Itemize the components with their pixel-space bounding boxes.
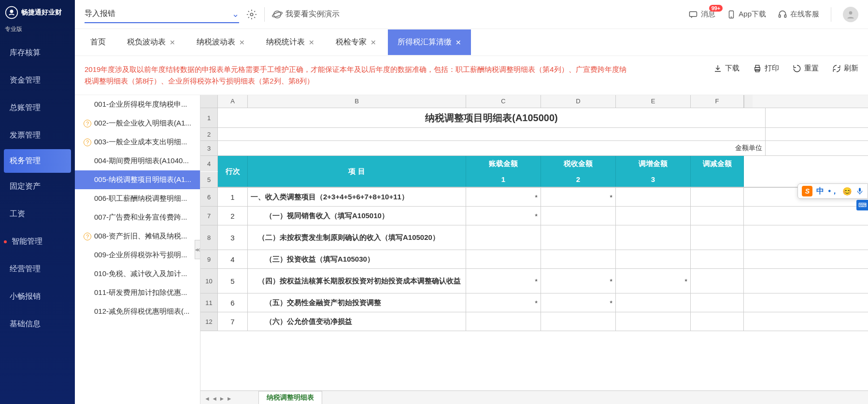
row-header[interactable]: 8 [200, 225, 218, 250]
cell[interactable]: * [541, 293, 616, 312]
cell[interactable]: （二）未按权责发生制原则确认的收入（填写A105020） [248, 225, 466, 250]
form-item-005[interactable]: 005-纳税调整项目明细表(A1... [75, 170, 200, 189]
demo-link[interactable]: 我要看实例演示 [272, 9, 340, 20]
form-item-003[interactable]: ?003-一般企业成本支出明细... [75, 133, 200, 152]
cell[interactable] [541, 225, 616, 250]
collapse-handle[interactable]: ≪ [195, 240, 200, 259]
row-header-5[interactable]: 5 [200, 172, 218, 187]
row-header-2[interactable]: 2 [200, 128, 218, 140]
cell[interactable]: （四）按权益法核算长期股权投资对初始投资成本调整确认收益 [248, 269, 466, 293]
message-link[interactable]: 消息 99+ [688, 10, 715, 19]
cell[interactable] [616, 207, 691, 225]
row-header[interactable]: 12 [200, 312, 218, 331]
cell[interactable] [616, 250, 691, 268]
tab-home[interactable]: 首页 [81, 29, 115, 55]
form-item-004[interactable]: 004-期间费用明细表(A1040... [75, 152, 200, 170]
nav-salary[interactable]: 工资 [0, 200, 75, 228]
cell[interactable] [541, 312, 616, 331]
close-icon[interactable]: ✕ [370, 39, 376, 46]
sheet-nav-arrows[interactable]: ◄ ◄ ► ► [204, 395, 232, 402]
row-header[interactable]: 7 [200, 207, 218, 225]
cell[interactable] [466, 312, 541, 331]
col-header-d[interactable]: D [541, 95, 616, 108]
cell[interactable]: * [466, 293, 541, 312]
search-dropdown[interactable]: 导入报错 ⌄ [85, 6, 239, 23]
app-download-link[interactable]: App下载 [727, 10, 766, 19]
cell[interactable] [691, 312, 744, 331]
row-header[interactable]: 10 [200, 269, 218, 293]
row-header-1[interactable]: 1 [200, 108, 218, 127]
cell[interactable] [541, 250, 616, 268]
cell[interactable] [616, 188, 691, 206]
cell[interactable]: （一）视同销售收入（填写A105010） [248, 207, 466, 225]
ime-punct-icon[interactable]: •， [828, 186, 839, 196]
form-item-006[interactable]: 006-职工薪酬纳税调整明细... [75, 189, 200, 208]
nav-business[interactable]: 经营管理 [0, 255, 75, 283]
form-item-001[interactable]: 001-企业所得税年度纳税申... [75, 95, 200, 114]
tab-tax-expert[interactable]: 税检专家✕ [326, 29, 386, 55]
tab-tax-burden[interactable]: 税负波动表✕ [117, 29, 185, 55]
tab-tax-stats[interactable]: 纳税统计表✕ [256, 29, 324, 55]
row-header[interactable]: 11 [200, 293, 218, 312]
cell[interactable] [466, 225, 541, 250]
nav-smart[interactable]: 智能管理 [0, 228, 75, 255]
print-button[interactable]: 打印 [753, 64, 779, 73]
cell[interactable] [691, 225, 744, 250]
cell[interactable]: （三）投资收益（填写A105030） [248, 250, 466, 268]
cell[interactable]: 一、收入类调整项目（2+3+4+5+6+7+8+10+11） [248, 188, 466, 206]
refresh-button[interactable]: 刷新 [832, 64, 858, 73]
user-avatar[interactable] [843, 7, 858, 22]
cell[interactable]: * [466, 207, 541, 225]
nav-tax[interactable]: 税务管理 [4, 149, 71, 173]
close-icon[interactable]: ✕ [239, 39, 245, 46]
cell[interactable]: 4 [218, 250, 248, 268]
form-item-011[interactable]: 011-研发费用加计扣除优惠... [75, 283, 200, 302]
ime-mode[interactable]: 中 [816, 186, 824, 196]
cell[interactable] [616, 293, 691, 312]
cell[interactable]: 3 [218, 225, 248, 250]
tab-tax-change[interactable]: 纳税波动表✕ [187, 29, 255, 55]
row-header-4[interactable]: 4 [200, 156, 218, 171]
nav-invoice[interactable]: 发票管理 [0, 122, 75, 149]
cell[interactable]: * [616, 269, 691, 293]
nav-inventory[interactable]: 库存核算 [0, 39, 75, 67]
nav-expense[interactable]: 小畅报销 [0, 283, 75, 310]
form-item-012[interactable]: 012-减免所得税优惠明细表(... [75, 302, 200, 321]
form-item-002[interactable]: ?002-一般企业收入明细表(A1... [75, 114, 200, 133]
cell[interactable]: * [541, 188, 616, 206]
row-header[interactable]: 6 [200, 188, 218, 206]
cell[interactable]: 5 [218, 269, 248, 293]
sheet-tab[interactable]: 纳税调整明细表 [258, 391, 322, 404]
cell[interactable] [616, 312, 691, 331]
cell[interactable]: 6 [218, 293, 248, 312]
form-item-007[interactable]: 007-广告费和业务宣传费跨... [75, 208, 200, 227]
download-button[interactable]: 下载 [713, 64, 740, 73]
col-header-b[interactable]: B [248, 95, 466, 108]
col-header-c[interactable]: C [466, 95, 541, 108]
nav-assets[interactable]: 固定资产 [0, 173, 75, 200]
cell[interactable]: 7 [218, 312, 248, 331]
cell[interactable] [691, 269, 744, 293]
sheet-body[interactable]: 1 纳税调整项目明细表(A105000) 2 3 金额单位 4 行次 项 [200, 108, 868, 390]
close-icon[interactable]: ✕ [455, 39, 461, 46]
settings-icon[interactable] [246, 9, 257, 20]
row-header-3[interactable]: 3 [200, 141, 218, 155]
cell[interactable] [616, 225, 691, 250]
cell[interactable] [691, 293, 744, 312]
col-header-e[interactable]: E [616, 95, 691, 108]
cell[interactable]: * [466, 188, 541, 206]
cell[interactable] [541, 207, 616, 225]
scroll-up-button[interactable] [744, 95, 753, 108]
cell[interactable]: 2 [218, 207, 248, 225]
select-all-corner[interactable] [200, 95, 218, 108]
cell[interactable] [691, 188, 744, 206]
cell[interactable]: 1 [218, 188, 248, 206]
nav-basic[interactable]: 基础信息 [0, 310, 75, 338]
cell[interactable] [466, 250, 541, 268]
ime-mic-icon[interactable] [856, 187, 864, 195]
close-icon[interactable]: ✕ [170, 39, 175, 46]
close-icon[interactable]: ✕ [309, 39, 314, 46]
form-item-008[interactable]: ?008-资产折旧、摊销及纳税... [75, 227, 200, 246]
nav-funds[interactable]: 资金管理 [0, 67, 75, 94]
reset-button[interactable]: 重置 [793, 64, 819, 73]
